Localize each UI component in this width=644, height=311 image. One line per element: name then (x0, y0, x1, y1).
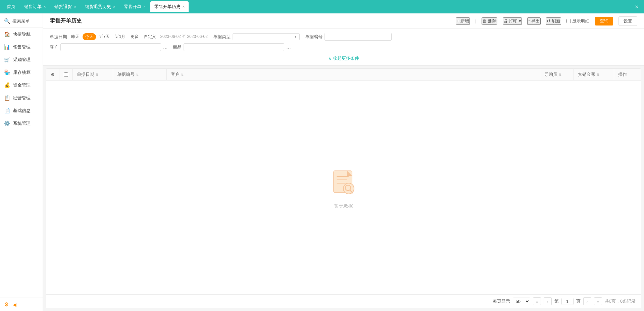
tab-sales-return-history-close[interactable]: × (113, 5, 115, 9)
last-page-icon: » (597, 299, 599, 304)
order-no-input[interactable] (325, 33, 392, 41)
empty-state: 暂无数据 (46, 81, 641, 294)
sidebar-sales-label: 销售管理 (13, 44, 31, 50)
print-button[interactable]: 🖨 打印 ▾ (503, 17, 522, 25)
prev-page-icon: ‹ (547, 299, 548, 304)
page-number-input[interactable] (561, 298, 574, 305)
th-order-no-sort: ⇅ (136, 73, 139, 76)
filter-row-2: 客户 ... 商品 ... (50, 43, 637, 51)
th-customer[interactable]: 客户 ⇅ (167, 69, 540, 80)
print-button-label: 🖨 打印 (503, 18, 518, 24)
type-filter-select[interactable]: ▾ (233, 33, 300, 40)
query-button-label: 查询 (600, 18, 608, 24)
sidebar-search-label: 搜索采单 (12, 18, 30, 24)
th-settings[interactable]: ⚙ (46, 69, 59, 80)
page-label: 第 (554, 298, 559, 304)
finance-icon: 💰 (4, 82, 10, 88)
product-dots[interactable]: ... (286, 44, 291, 50)
page-suffix: 页 (576, 298, 581, 304)
tab-retail-open-close[interactable]: × (143, 5, 145, 9)
th-salesman[interactable]: 导购员 ⇅ (540, 69, 574, 80)
operation-icon: 📋 (4, 95, 10, 101)
add-button[interactable]: + 新增 (456, 17, 469, 25)
tab-retail-open[interactable]: 零售开单 × (120, 1, 149, 12)
next-page-icon: › (586, 299, 588, 304)
query-button[interactable]: 查询 (595, 17, 613, 25)
collapse-label: 收起更多条件 (333, 55, 359, 61)
tab-sales-return[interactable]: 销货退货 × (50, 1, 80, 12)
sidebar-operation-label: 经营管理 (13, 95, 31, 101)
last-page-button[interactable]: » (594, 297, 602, 305)
type-filter-arrow: ▾ (295, 35, 297, 39)
th-amount[interactable]: 实销金额 ⇅ (574, 69, 614, 80)
tab-retail-open-history[interactable]: 零售开单历史 × (150, 1, 189, 12)
tab-sales-order[interactable]: 销售订单 × (20, 1, 50, 12)
home-icon: 🏠 (4, 31, 10, 37)
table-container: ⚙ 单据日期 ⇅ 单据编号 ⇅ 客户 ⇅ 导购员 (46, 68, 641, 308)
date-more-btn[interactable]: 更多 (129, 33, 141, 40)
table-settings-icon[interactable]: ⚙ (51, 72, 55, 77)
sidebar-item-operation[interactable]: 📋 经营管理 (0, 92, 43, 104)
sidebar-item-purchase[interactable]: 🛒 采购管理 (0, 53, 43, 66)
delete-button[interactable]: 🗑 删除 (482, 17, 497, 25)
empty-icon (327, 166, 360, 199)
tab-retail-open-history-close[interactable]: × (183, 5, 185, 9)
th-checkbox[interactable] (59, 69, 73, 80)
print-arrow-icon: ▾ (519, 18, 521, 23)
th-order-no[interactable]: 单据编号 ⇅ (113, 69, 167, 80)
empty-text: 暂无数据 (334, 203, 353, 209)
date-last7-btn[interactable]: 近7天 (97, 33, 112, 40)
tab-sales-return-close[interactable]: × (74, 5, 76, 9)
customer-dots[interactable]: ... (163, 44, 167, 50)
page-actions: + 新增 | 🗑 删除 🖨 打印 ▾ ↑ 导出 ↺ 刷新 (456, 16, 637, 26)
filter-row-1: 单据日期 昨天 今天 近7天 近1月 更多 自定义 2023-06-02 至 2… (50, 33, 637, 41)
export-button[interactable]: ↑ 导出 (527, 17, 541, 25)
order-no-filter-label: 单据编号 (305, 34, 323, 40)
inventory-icon: 🏪 (4, 69, 10, 75)
refresh-button[interactable]: ↺ 刷新 (546, 17, 561, 25)
th-date[interactable]: 单据日期 ⇅ (73, 69, 113, 80)
sidebar-quick-nav-label: 快捷导航 (13, 31, 31, 37)
th-customer-sort: ⇅ (181, 73, 184, 76)
tab-sales-return-history[interactable]: 销货退货历史 × (81, 1, 119, 12)
display-detail-checkbox[interactable] (566, 19, 571, 23)
customer-input[interactable] (60, 43, 161, 51)
th-action-label: 操作 (618, 71, 627, 77)
sidebar-item-basic[interactable]: 📄 基础信息 (0, 104, 43, 117)
collapse-bar[interactable]: ∧ 收起更多条件 (50, 54, 637, 63)
sidebar-item-sales[interactable]: 📊 销售管理 (0, 41, 43, 53)
collapse-sidebar-icon[interactable]: ◀ (13, 302, 16, 307)
sidebar-item-finance[interactable]: 💰 资金管理 (0, 79, 43, 92)
date-yesterday-btn[interactable]: 昨天 (69, 33, 81, 40)
close-all-button[interactable]: × (632, 3, 641, 10)
display-detail-toggle[interactable]: 显示明细 (566, 18, 590, 24)
product-input[interactable] (184, 43, 284, 51)
page-size-select[interactable]: 50 100 200 (513, 298, 530, 305)
first-page-button[interactable]: « (533, 297, 541, 305)
prev-page-button[interactable]: ‹ (544, 297, 552, 305)
date-last-month-btn[interactable]: 近1月 (113, 33, 128, 40)
settings-bottom-icon[interactable]: ⚙ (4, 301, 9, 308)
tab-home[interactable]: 首页 (3, 1, 19, 12)
table-header-row: ⚙ 单据日期 ⇅ 单据编号 ⇅ 客户 ⇅ 导购员 (46, 69, 641, 81)
date-shortcuts: 昨天 今天 近7天 近1月 更多 自定义 (69, 33, 158, 40)
sidebar-item-system[interactable]: ⚙️ 系统管理 (0, 117, 43, 130)
delete-button-label: 🗑 删除 (482, 18, 497, 24)
total-info: 共0页，0条记录 (605, 298, 636, 304)
settings-button[interactable]: 设置 (618, 16, 637, 26)
date-today-btn[interactable]: 今天 (83, 33, 96, 40)
tab-sales-order-close[interactable]: × (44, 5, 46, 9)
date-custom-btn[interactable]: 自定义 (142, 33, 158, 40)
export-button-label: ↑ 导出 (528, 18, 540, 24)
sidebar-finance-label: 资金管理 (13, 82, 31, 88)
sidebar-item-inventory[interactable]: 🏪 库存核算 (0, 66, 43, 79)
sidebar-item-quick-nav[interactable]: 🏠 快捷导航 (0, 28, 43, 41)
th-customer-label: 客户 (171, 71, 180, 77)
select-all-checkbox[interactable] (64, 72, 68, 77)
customer-filter-group: 客户 ... (50, 43, 167, 51)
next-page-button[interactable]: › (583, 297, 591, 305)
sidebar-item-search[interactable]: 🔍 搜索采单 (0, 15, 43, 28)
system-icon: ⚙️ (4, 120, 10, 126)
th-date-label: 单据日期 (77, 71, 94, 77)
display-detail-label: 显示明细 (572, 18, 590, 24)
